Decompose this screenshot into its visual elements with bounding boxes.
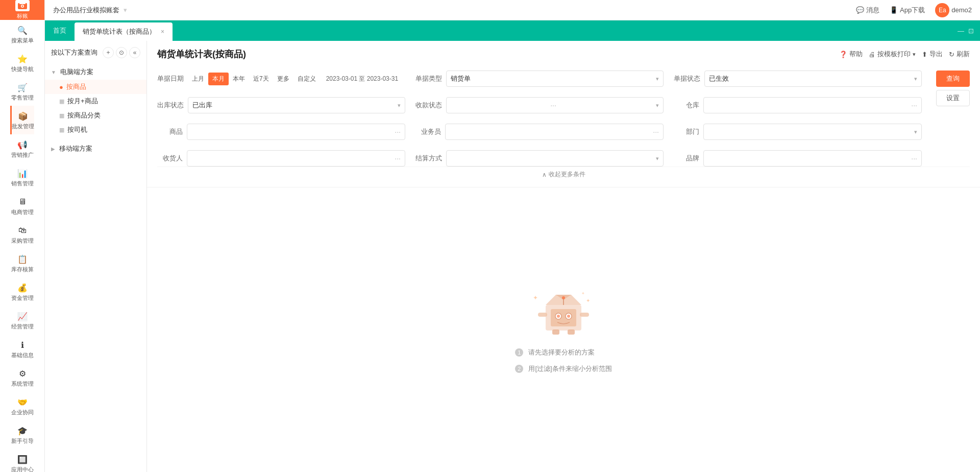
tree-item-by-goods[interactable]: ● 按商品: [45, 80, 146, 94]
message-action[interactable]: 💬 消息: [856, 6, 879, 15]
refresh-button[interactable]: ↻ 刷新: [949, 50, 970, 59]
receive-status-control[interactable]: ··· ▾: [446, 97, 664, 113]
sidebar-icon-15: 🔲: [16, 453, 29, 465]
svg-text:✦: ✦: [581, 291, 585, 296]
tree-group-label: 电脑端方案: [60, 67, 93, 77]
tab-expand-icon[interactable]: ⊡: [968, 27, 974, 35]
tab-bar: 首页 销货单统计表（按商品） × — ⊡: [45, 20, 980, 41]
goods-label: 商品: [157, 127, 183, 136]
dept-arrow: ▾: [914, 129, 917, 135]
sidebar-item-7[interactable]: 🛍 采购管理: [10, 220, 34, 249]
breadcrumb-sep: ▾: [124, 6, 127, 14]
doc-type-control[interactable]: 销货单 ▾: [446, 70, 664, 87]
edit-scheme-button[interactable]: ⊙: [116, 47, 127, 58]
goods-control[interactable]: ···: [187, 124, 405, 140]
svg-rect-13: [580, 313, 589, 317]
settlement-control[interactable]: ▾: [446, 150, 664, 167]
tree-item-by-driver[interactable]: ▦ 按司机: [45, 123, 146, 137]
filter-row-3: 商品 ··· 业务员 ···: [157, 124, 922, 140]
sidebar-item-8[interactable]: 📋 库存核算: [10, 249, 34, 277]
svg-point-8: [557, 315, 560, 318]
tab-minimize-icon[interactable]: —: [958, 27, 964, 35]
consignee-control[interactable]: ···: [187, 150, 405, 167]
dept-control[interactable]: ▾: [703, 124, 922, 140]
tab-home[interactable]: 首页: [45, 20, 75, 41]
last7-tab[interactable]: 近7天: [249, 73, 273, 85]
tree-item-by-category[interactable]: ▦ 按商品分类: [45, 108, 146, 123]
sidebar-label-2: 零售管理: [11, 94, 34, 102]
empty-text: 1 请先选择要分析的方案 2 用[过滤]条件来缩小分析范围: [515, 346, 611, 375]
collapse-panel-button[interactable]: «: [129, 47, 140, 58]
header-left: 办公用品行业模拟账套 ▾: [53, 6, 127, 15]
app-download-label: App下载: [900, 6, 925, 15]
sidebar-label-10: 经营管理: [11, 323, 34, 331]
sidebar-item-11[interactable]: ℹ 基础信息: [10, 335, 34, 363]
tab-active[interactable]: 销货单统计表（按商品） ×: [75, 22, 173, 41]
user-profile[interactable]: Ea demo2: [935, 3, 972, 17]
svg-point-3: [21, 6, 23, 7]
sidebar-item-9[interactable]: 💰 资金管理: [10, 277, 34, 306]
tab-close-icon[interactable]: ×: [161, 28, 164, 35]
filter-field-salesman: 业务员 ···: [415, 124, 664, 140]
tab-home-label: 首页: [53, 26, 66, 35]
sidebar-item-5[interactable]: 📊 销售管理: [10, 163, 34, 192]
print-button[interactable]: 🖨 按模板打印 ▾: [869, 50, 916, 59]
sidebar-item-2[interactable]: 🛒 零售管理: [10, 77, 34, 106]
app-download-action[interactable]: 📱 App下载: [890, 6, 925, 15]
sidebar-label-14: 新手引导: [11, 437, 34, 445]
brand-control[interactable]: ···: [703, 150, 922, 167]
query-button[interactable]: 查询: [936, 70, 970, 87]
logo-icon: [15, 0, 30, 11]
warehouse-label: 仓库: [674, 101, 699, 110]
doc-status-value: 已生效: [709, 74, 729, 83]
help-button[interactable]: ❓ 帮助: [839, 50, 863, 59]
tree-item-icon4: ▦: [59, 127, 64, 133]
out-status-control[interactable]: 已出库 ▾: [188, 97, 405, 113]
empty-step2-text: 用[过滤]条件来缩小分析范围: [528, 362, 611, 375]
custom-tab[interactable]: 自定义: [293, 73, 320, 85]
left-panel-actions: + ⊙ «: [103, 47, 140, 58]
sidebar-item-13[interactable]: 🤝 企业协同: [10, 392, 34, 420]
collapse-bar[interactable]: ∧ 收起更多条件: [157, 167, 970, 182]
sidebar-item-15[interactable]: 🔲 应用中心: [10, 449, 34, 472]
sidebar-item-1[interactable]: ⭐ 快捷导航: [10, 49, 34, 77]
sidebar-item-14[interactable]: 🎓 新手引导: [10, 420, 34, 449]
salesman-control[interactable]: ···: [445, 124, 664, 140]
tree-item-by-month-goods[interactable]: ▦ 按月+商品: [45, 94, 146, 108]
empty-state: ✦ ✦ ✦ 1 请先选择要分析的方案 2 用[过滤]条件来缩小分析范围: [147, 187, 980, 472]
sidebar-item-0[interactable]: 🔍 搜索菜单: [10, 20, 34, 49]
this-year-tab[interactable]: 本年: [229, 73, 249, 85]
filter-field-dept: 部门 ▾: [674, 124, 922, 140]
sidebar-label-11: 基础信息: [11, 351, 34, 359]
filter-field-date: 单据日期 上月 本月 本年 近7天 更多 自定义: [157, 73, 405, 85]
filter-field-goods: 商品 ···: [157, 124, 405, 140]
warehouse-control[interactable]: ···: [703, 97, 922, 113]
last-month-tab[interactable]: 上月: [188, 73, 208, 85]
left-panel-title: 按以下方案查询: [51, 48, 97, 57]
sidebar-item-12[interactable]: ⚙ 系统管理: [10, 363, 34, 392]
receive-status-arrow: ▾: [656, 102, 659, 109]
sidebar-item-6[interactable]: 🖥 电商管理: [10, 192, 34, 220]
svg-text:✦: ✦: [533, 294, 538, 301]
sidebar-item-4[interactable]: 📢 营销推广: [10, 134, 34, 163]
sidebar-icon-8: 📋: [16, 253, 29, 265]
doc-status-control[interactable]: 已生效 ▾: [704, 70, 922, 87]
sidebar-item-10[interactable]: 📈 经营管理: [10, 306, 34, 335]
date-tabs: 上月 本月 本年 近7天 更多 自定义: [188, 73, 320, 85]
this-month-tab[interactable]: 本月: [208, 73, 229, 85]
help-icon: ❓: [839, 51, 847, 58]
tree-group-desktop-header[interactable]: ▼ 电脑端方案: [45, 64, 146, 80]
sidebar-icon-1: ⭐: [16, 53, 29, 65]
more-tab[interactable]: 更多: [273, 73, 293, 85]
tree-group-desktop: ▼ 电脑端方案 ● 按商品 ▦ 按月+商品 ▦ 按商品分类 ▦ 按司机: [45, 62, 146, 139]
add-scheme-button[interactable]: +: [103, 47, 114, 58]
collapse-label: 收起更多条件: [549, 170, 585, 179]
app-logo[interactable]: 标账: [0, 0, 45, 20]
sidebar-label-4: 营销推广: [11, 151, 34, 159]
tree-group-mobile-header[interactable]: ▶ 移动端方案: [45, 141, 146, 156]
settings-button[interactable]: 设置: [936, 90, 970, 106]
title-actions: ❓ 帮助 🖨 按模板打印 ▾ ⬆ 导出 ↻ 刷新: [839, 50, 970, 59]
sidebar-item-3[interactable]: 📦 批发管理: [10, 106, 34, 134]
export-button[interactable]: ⬆ 导出: [922, 50, 943, 59]
user-name: demo2: [951, 6, 972, 14]
